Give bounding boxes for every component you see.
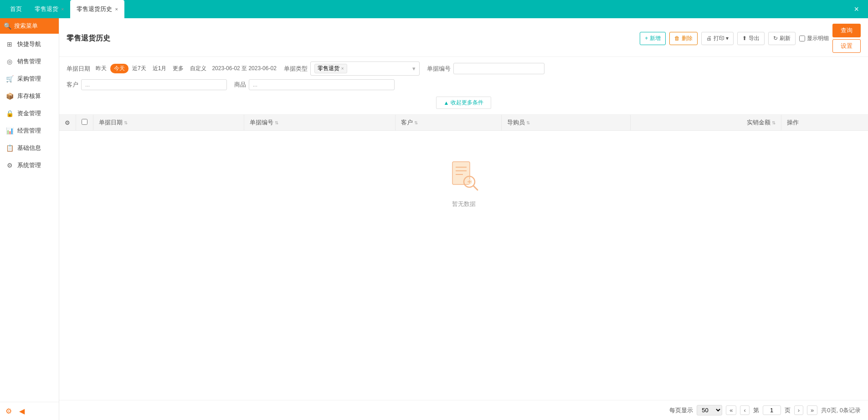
sidebar: 🔍 搜索菜单 ⊞ 快捷导航 ◎ 销售管理 🛒 采购管理 📦 库存核算 🔒 <box>0 18 59 420</box>
column-settings-icon: ⚙ <box>65 119 70 126</box>
date-sort-icon: ⇅ <box>124 120 128 125</box>
data-table: ⚙ 单据日期 ⇅ 单据编号 <box>59 115 868 236</box>
date-filter-group: 单据日期 昨天 今天 近7天 近1月 更多 自定义 2023-06-02 至 2… <box>67 64 277 73</box>
tab-retail-return-close[interactable]: × <box>61 6 64 12</box>
refresh-icon: ↻ <box>773 35 778 41</box>
delete-button[interactable]: 🗑 🗑 删除 删除 <box>669 32 698 45</box>
goods-select-box[interactable]: ... <box>249 79 395 90</box>
goods-filter-label: 商品 <box>234 81 246 89</box>
table-area: ⚙ 单据日期 ⇅ 单据编号 <box>59 115 868 400</box>
top-bar-right: × <box>850 3 868 16</box>
th-customer-sort[interactable]: 客户 ⇅ <box>401 118 418 127</box>
page-size-select[interactable]: 50 100 200 <box>697 405 722 415</box>
refresh-button[interactable]: ↻ 刷新 <box>768 32 796 45</box>
docno-filter-label: 单据编号 <box>427 65 451 73</box>
sidebar-search[interactable]: 🔍 搜索菜单 <box>0 18 59 34</box>
svg-line-5 <box>473 186 478 190</box>
page-input[interactable] <box>763 405 781 415</box>
th-date-sort[interactable]: 单据日期 ⇅ <box>99 118 128 127</box>
date-opt-7days[interactable]: 近7天 <box>129 64 149 73</box>
next-page-button[interactable]: › <box>794 405 803 415</box>
sidebar-item-sales-label: 销售管理 <box>17 57 41 66</box>
header-actions: + 新增 🗑 🗑 删除 删除 🖨 打印 ▾ ⬆ 导出 ↻ 刷新 <box>640 24 861 53</box>
filter-row-1: 单据日期 昨天 今天 近7天 近1月 更多 自定义 2023-06-02 至 2… <box>67 61 861 76</box>
date-opt-today[interactable]: 今天 <box>110 64 128 73</box>
sidebar-item-inventory[interactable]: 📦 库存核算 <box>0 87 59 105</box>
sidebar-item-sales-mgmt[interactable]: ◎ 销售管理 <box>0 53 59 70</box>
th-docno-sort[interactable]: 单据编号 ⇅ <box>250 118 278 127</box>
new-button[interactable]: + 新增 <box>640 32 665 45</box>
customer-ellipsis: ... <box>85 82 90 88</box>
page-label: 第 <box>753 406 759 415</box>
date-opt-custom[interactable]: 自定义 <box>187 64 209 73</box>
settings-bottom-icon[interactable]: ⚙ <box>5 407 12 415</box>
customer-sort-icon: ⇅ <box>414 120 418 125</box>
collapse-label: 收起更多条件 <box>451 99 483 107</box>
th-guide-sort[interactable]: 导购员 ⇅ <box>507 118 530 127</box>
sidebar-item-finance-label: 资金管理 <box>17 109 41 118</box>
sidebar-item-quick-nav[interactable]: ⊞ 快捷导航 <box>0 36 59 53</box>
system-mgmt-icon: ⚙ <box>5 161 14 169</box>
show-detail-label: 显示明细 <box>799 35 829 42</box>
date-opt-yesterday[interactable]: 昨天 <box>93 64 109 73</box>
sidebar-item-purchase-mgmt[interactable]: 🛒 采购管理 <box>0 70 59 87</box>
sidebar-item-operation[interactable]: 📊 经营管理 <box>0 122 59 139</box>
export-button[interactable]: ⬆ 导出 <box>737 32 765 45</box>
collapse-button[interactable]: ▲ 收起更多条件 <box>436 97 492 109</box>
content-area: 零售退货历史 + 新增 🗑 🗑 删除 删除 🖨 打印 ▾ ⬆ 导出 ↻ <box>59 18 868 420</box>
date-opt-1month[interactable]: 近1月 <box>150 64 169 73</box>
table-header: ⚙ 单据日期 ⇅ 单据编号 <box>59 115 868 131</box>
show-detail-text: 显示明细 <box>807 35 829 42</box>
date-opt-more[interactable]: 更多 <box>170 64 186 73</box>
sidebar-item-purchase-label: 采购管理 <box>17 75 41 83</box>
pagination-bar: 每页显示 50 100 200 « ‹ 第 页 › » 共0页, 0条记录 <box>59 400 868 420</box>
tab-retail-return-history[interactable]: 零售退货历史 × <box>70 0 124 18</box>
customer-select-box[interactable]: ... <box>81 79 227 90</box>
type-tag: 零售退货 × <box>314 64 347 73</box>
sidebar-item-finance[interactable]: 🔒 资金管理 <box>0 105 59 122</box>
sidebar-item-operation-label: 经营管理 <box>17 127 41 135</box>
purchase-mgmt-icon: 🛒 <box>5 75 14 83</box>
print-button[interactable]: 🖨 打印 ▾ <box>701 32 734 45</box>
page-size-label: 每页显示 <box>669 406 693 415</box>
empty-text: 暂无数据 <box>452 200 476 208</box>
th-amount-sort[interactable]: 实销金额 ⇅ <box>747 118 776 127</box>
query-button[interactable]: 查询 <box>832 24 861 37</box>
collapse-sidebar-icon[interactable]: ◀ <box>19 407 25 415</box>
sidebar-item-system-mgmt[interactable]: ⚙ 系统管理 <box>0 157 59 174</box>
date-filter-label: 单据日期 <box>67 65 90 73</box>
last-page-button[interactable]: » <box>807 405 817 415</box>
empty-illustration <box>446 158 482 195</box>
export-icon: ⬆ <box>742 35 747 41</box>
show-detail-checkbox[interactable] <box>799 36 805 41</box>
filter-area: 单据日期 昨天 今天 近7天 近1月 更多 自定义 2023-06-02 至 2… <box>59 57 868 115</box>
basic-info-icon: 📋 <box>5 144 14 152</box>
main-layout: 🔍 搜索菜单 ⊞ 快捷导航 ◎ 销售管理 🛒 采购管理 📦 库存核算 🔒 <box>0 18 868 420</box>
collapse-more-row: ▲ 收起更多条件 <box>67 94 861 110</box>
setting-button[interactable]: 设置 <box>832 39 861 53</box>
tab-retail-return-history-label: 零售退货历史 <box>77 5 112 13</box>
prev-page-button[interactable]: ‹ <box>740 405 749 415</box>
window-close-button[interactable]: × <box>850 3 863 16</box>
th-settings[interactable]: ⚙ <box>59 115 76 131</box>
tab-retail-return-history-close[interactable]: × <box>115 6 118 12</box>
tab-home[interactable]: 首页 <box>4 0 28 18</box>
sidebar-nav: ⊞ 快捷导航 ◎ 销售管理 🛒 采购管理 📦 库存核算 🔒 资金管理 📊 经 <box>0 34 59 402</box>
customer-filter-group: 客户 ... <box>67 79 227 90</box>
sidebar-item-basic-info[interactable]: 📋 基础信息 <box>0 139 59 157</box>
table-body: 暂无数据 <box>59 131 868 236</box>
finance-icon: 🔒 <box>5 109 14 118</box>
select-all-checkbox[interactable] <box>82 119 87 125</box>
tab-retail-return[interactable]: 零售退货 × <box>28 0 70 18</box>
docno-input[interactable] <box>453 63 544 74</box>
docno-filter-group: 单据编号 <box>427 63 544 74</box>
sales-mgmt-icon: ◎ <box>5 57 14 66</box>
th-guide: 导购员 ⇅ <box>502 115 630 131</box>
top-bar: 首页 零售退货 × 零售退货历史 × × <box>0 0 868 18</box>
th-actions: 操作 <box>781 115 868 131</box>
type-tag-close[interactable]: × <box>341 66 344 71</box>
type-select-box[interactable]: 零售退货 × ▾ <box>310 61 420 76</box>
first-page-button[interactable]: « <box>726 405 736 415</box>
th-docno: 单据编号 ⇅ <box>244 115 395 131</box>
empty-row: 暂无数据 <box>59 131 868 236</box>
